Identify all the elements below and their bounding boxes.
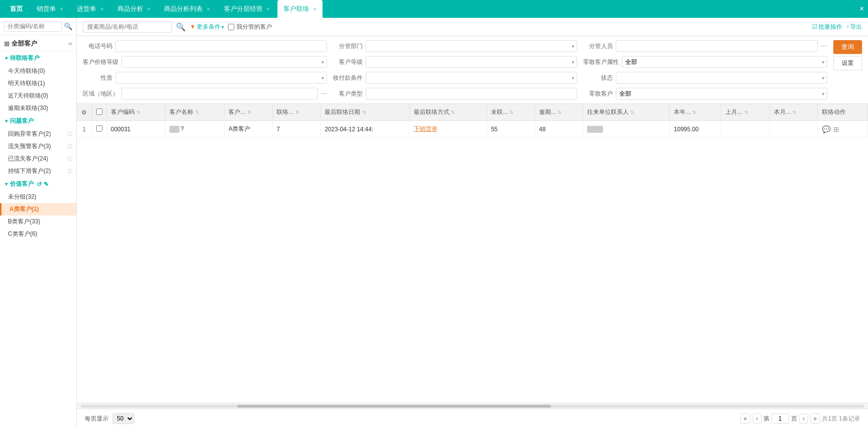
customer-type-input[interactable]: [366, 88, 577, 100]
phone-input[interactable]: [115, 40, 327, 52]
nature-select[interactable]: [115, 72, 327, 84]
tab-customer-tier[interactable]: 客户分层经营 ×: [218, 0, 275, 18]
col-contact[interactable]: 联络... ⇅: [272, 104, 321, 121]
col-last-date[interactable]: 最后联络日期 ⇅: [321, 104, 409, 121]
sort-last-date-icon[interactable]: ⇅: [362, 109, 366, 115]
filter-more-conditions[interactable]: ▼ 更多条件 ▾: [190, 23, 224, 31]
last-page-button[interactable]: »: [810, 414, 820, 424]
sidebar-item-today[interactable]: 今天待联络(0): [0, 65, 76, 77]
col-this-year[interactable]: 本年... ⇅: [670, 104, 721, 121]
filter-search-input[interactable]: [83, 21, 172, 33]
col-uncontacted[interactable]: 未联... ⇅: [487, 104, 535, 121]
sidebar-item-c-class[interactable]: C类客户(6): [0, 228, 76, 240]
close-all-button[interactable]: ×: [860, 4, 864, 13]
sidebar-item-declining[interactable]: 持续下滑客户(2) ⓘ: [0, 165, 76, 177]
col-checkbox[interactable]: [92, 104, 107, 121]
scrollbar-track[interactable]: [81, 405, 864, 408]
tab-home[interactable]: 首页: [4, 0, 29, 18]
sort-last-method-icon[interactable]: ⇅: [451, 109, 455, 115]
next-page-button[interactable]: ›: [799, 414, 808, 424]
prev-page-button[interactable]: ‹: [753, 414, 761, 424]
sidebar-group-pending-title[interactable]: ▼ 待联络客户: [0, 52, 76, 65]
edit-icon[interactable]: ✎: [44, 181, 49, 188]
col-settings[interactable]: ⚙: [77, 104, 92, 121]
col-name[interactable]: 客户名称 ⇅: [165, 104, 224, 121]
page-size-select[interactable]: 50: [112, 413, 134, 424]
col-this-month[interactable]: 本月... ⇅: [769, 104, 817, 121]
tab-product-list[interactable]: 商品分析列表 ×: [158, 0, 216, 18]
horizontal-scrollbar[interactable]: [77, 403, 868, 409]
sort-code-icon[interactable]: ⇅: [136, 109, 140, 115]
sidebar-item-abnormal-repurchase[interactable]: 回购异常客户(2) ⓘ: [0, 128, 76, 140]
page-number-input[interactable]: [771, 414, 789, 424]
price-tier-select[interactable]: [121, 56, 327, 68]
sidebar-group-problem-title[interactable]: ▼ 问题客户: [0, 114, 76, 128]
grid-icon[interactable]: ⊞: [833, 125, 839, 133]
status-select[interactable]: [616, 72, 827, 84]
batch-operation-button[interactable]: ☑ 批量操作: [812, 23, 842, 31]
region-dots-button[interactable]: ···: [321, 89, 327, 98]
sidebar-item-unclassified[interactable]: 未分组(32): [0, 191, 76, 203]
close-purchase-tab[interactable]: ×: [100, 0, 103, 18]
row-last-method-cell[interactable]: 下销货单: [409, 121, 487, 138]
sidebar-item-a-class[interactable]: A类客户(1): [0, 203, 76, 215]
close-product-analysis-tab[interactable]: ×: [147, 0, 150, 18]
sidebar-group-value-title[interactable]: ▼ 价值客户 ↺ ✎: [0, 177, 76, 191]
close-customer-contact-tab[interactable]: ×: [313, 0, 316, 18]
sidebar-search-icon[interactable]: 🔍: [64, 22, 72, 30]
last-method-link[interactable]: 下销货单: [414, 125, 437, 132]
sort-contact-person-icon[interactable]: ⇅: [630, 109, 634, 115]
my-customers-check-input[interactable]: [228, 24, 234, 30]
close-customer-tier-tab[interactable]: ×: [267, 0, 270, 18]
sort-name-icon[interactable]: ⇅: [195, 109, 199, 115]
col-type[interactable]: 客户... ⇅: [224, 104, 272, 121]
tab-customer-contact[interactable]: 客户联络 ×: [277, 0, 322, 18]
scrollbar-thumb[interactable]: [237, 405, 550, 408]
select-all-checkbox[interactable]: [96, 108, 103, 115]
sort-overdue-icon[interactable]: ⇅: [557, 109, 561, 115]
manager-dots-button[interactable]: ···: [821, 42, 827, 51]
col-code[interactable]: 客户编码 ⇅: [107, 104, 165, 121]
export-button[interactable]: ↑ 导出: [846, 23, 862, 31]
refresh-icon[interactable]: ↺: [37, 181, 42, 188]
tab-product-analysis[interactable]: 商品分析 ×: [111, 0, 156, 18]
sort-contact-icon[interactable]: ⇅: [295, 109, 299, 115]
sidebar-item-tomorrow[interactable]: 明天待联络(1): [0, 77, 76, 90]
col-last-method[interactable]: 最后联络方式 ⇅: [409, 104, 487, 121]
sort-this-year-icon[interactable]: ⇅: [692, 109, 696, 115]
payment-select[interactable]: [366, 72, 577, 84]
query-button[interactable]: 查询: [833, 40, 862, 54]
sort-uncontacted-icon[interactable]: ⇅: [509, 109, 513, 115]
sparse-customer-select[interactable]: 全部: [616, 88, 827, 100]
chat-icon[interactable]: 💬: [822, 125, 830, 133]
first-page-button[interactable]: «: [740, 414, 751, 424]
col-contact-person[interactable]: 往来单位联系人 ⇅: [583, 104, 670, 121]
sort-type-icon[interactable]: ⇅: [247, 109, 251, 115]
sidebar-item-churn-warning[interactable]: 流失预警客户(3) ⓘ: [0, 140, 76, 153]
sort-this-month-icon[interactable]: ⇅: [792, 109, 796, 115]
tab-sales[interactable]: 销货单 ×: [31, 0, 69, 18]
sidebar-all-customers-header[interactable]: ⊞ 全部客户 ‹‹: [0, 35, 76, 52]
filter-search-button[interactable]: 🔍: [176, 22, 186, 32]
dept-select[interactable]: [366, 40, 577, 52]
sidebar-collapse-button[interactable]: ‹‹: [68, 40, 72, 47]
tab-purchase[interactable]: 进货单 ×: [71, 0, 109, 18]
row-checkbox[interactable]: [96, 125, 103, 132]
sort-last-month-icon[interactable]: ⇅: [744, 109, 748, 115]
my-customers-checkbox[interactable]: 我分管的客户: [228, 23, 272, 31]
customer-tier-select[interactable]: [366, 56, 577, 68]
col-overdue[interactable]: 逾期... ⇅: [535, 104, 583, 121]
sidebar-item-b-class[interactable]: B类客户(33): [0, 215, 76, 228]
sidebar-item-7days[interactable]: 近7天待联络(0): [0, 90, 76, 102]
settings-button[interactable]: 设置: [833, 56, 862, 70]
close-product-list-tab[interactable]: ×: [207, 0, 210, 18]
row-checkbox-cell[interactable]: [92, 121, 107, 138]
manager-input[interactable]: [616, 40, 818, 52]
region-input[interactable]: [121, 88, 318, 100]
sparse-attr-select[interactable]: 全部: [622, 56, 827, 68]
col-last-month[interactable]: 上月... ⇅: [721, 104, 769, 121]
sidebar-item-churned[interactable]: 已流失客户(24) ⓘ: [0, 153, 76, 165]
sidebar-search-input[interactable]: [4, 21, 62, 32]
close-sales-tab[interactable]: ×: [60, 0, 63, 18]
sidebar-item-overdue[interactable]: 逾期未联络(30): [0, 102, 76, 114]
